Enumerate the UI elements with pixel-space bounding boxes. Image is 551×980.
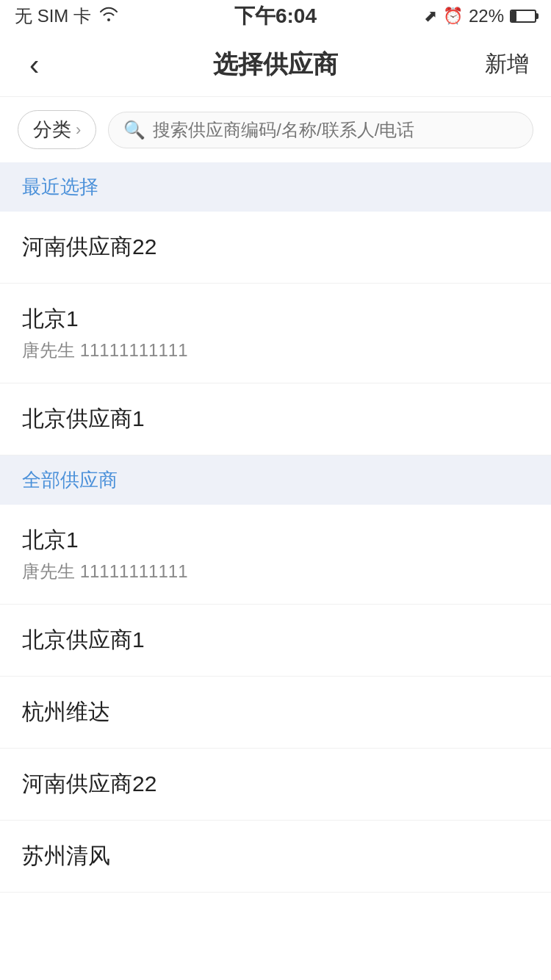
recent-list: 河南供应商22 北京1 唐先生 11111111111 北京供应商1 — [0, 212, 551, 455]
all-section-label: 全部供应商 — [22, 469, 118, 491]
list-item[interactable]: 杭州维达 — [0, 677, 551, 749]
supplier-sub: 唐先生 11111111111 — [22, 339, 529, 362]
status-left: 无 SIM 卡 — [15, 4, 119, 28]
list-item[interactable]: 北京1 唐先生 11111111111 — [0, 284, 551, 383]
recent-section-label: 最近选择 — [22, 176, 98, 198]
list-item[interactable]: 河南供应商22 — [0, 212, 551, 284]
list-item[interactable]: 苏州清风 — [0, 821, 551, 893]
status-time: 下午6:04 — [234, 2, 317, 30]
status-bar: 无 SIM 卡 下午6:04 ⬈ ⏰ 22% — [0, 0, 551, 32]
supplier-name: 北京1 — [22, 525, 529, 555]
supplier-name: 河南供应商22 — [22, 232, 529, 262]
list-item[interactable]: 河南供应商22 — [0, 749, 551, 821]
list-item[interactable]: 北京供应商1 — [0, 605, 551, 677]
location-icon: ⬈ — [424, 7, 437, 26]
all-section-header: 全部供应商 — [0, 455, 551, 505]
nav-bar: ‹ 选择供应商 新增 — [0, 32, 551, 97]
supplier-name: 北京供应商1 — [22, 404, 529, 434]
page-title: 选择供应商 — [213, 48, 338, 82]
all-list: 北京1 唐先生 11111111111 北京供应商1 杭州维达 河南供应商22 … — [0, 505, 551, 893]
category-button[interactable]: 分类 › — [18, 110, 96, 149]
recent-section-header: 最近选择 — [0, 162, 551, 212]
add-button[interactable]: 新增 — [485, 49, 529, 79]
filter-row: 分类 › 🔍 — [0, 97, 551, 162]
list-item[interactable]: 北京供应商1 — [0, 383, 551, 455]
wifi-icon — [98, 6, 119, 26]
category-label: 分类 — [33, 117, 71, 143]
supplier-name: 杭州维达 — [22, 697, 529, 727]
back-button[interactable]: ‹ — [22, 43, 46, 87]
alarm-icon: ⏰ — [443, 7, 463, 26]
sim-label: 无 SIM 卡 — [15, 4, 91, 28]
battery-icon — [510, 10, 536, 23]
status-right: ⬈ ⏰ 22% — [424, 6, 536, 26]
search-icon: 🔍 — [123, 120, 145, 140]
search-box[interactable]: 🔍 — [108, 112, 533, 148]
search-input[interactable] — [153, 120, 518, 140]
supplier-name: 河南供应商22 — [22, 769, 529, 799]
supplier-name: 苏州清风 — [22, 841, 529, 871]
supplier-sub: 唐先生 11111111111 — [22, 560, 529, 583]
list-item[interactable]: 北京1 唐先生 11111111111 — [0, 505, 551, 605]
supplier-name: 北京1 — [22, 304, 529, 334]
battery-percent: 22% — [469, 6, 504, 26]
chevron-right-icon: › — [76, 120, 81, 140]
supplier-name: 北京供应商1 — [22, 625, 529, 655]
